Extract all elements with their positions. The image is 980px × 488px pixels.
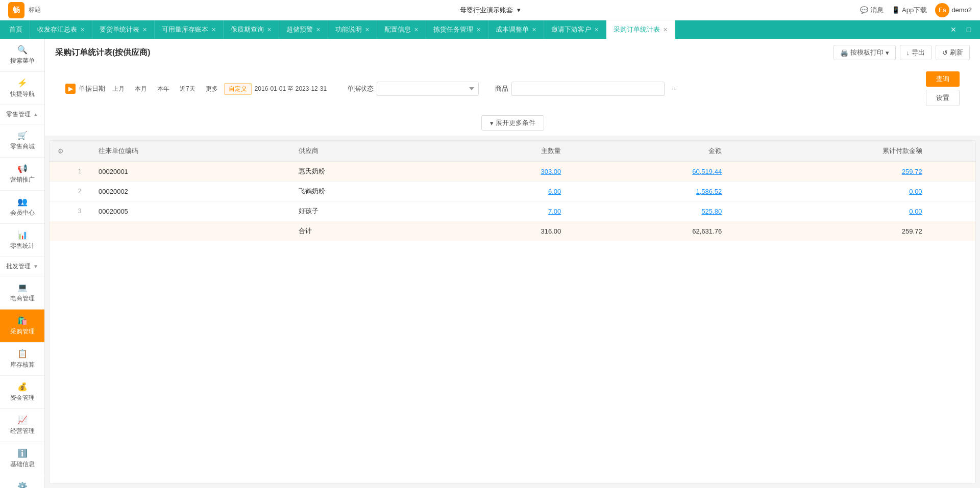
close-icon[interactable]: ✕ (80, 27, 85, 33)
footer-amount: 62,631.76 (567, 221, 728, 241)
paid-3[interactable]: 0.00 (728, 201, 928, 221)
sidebar-item-search[interactable]: 🔍 搜索菜单 (0, 39, 44, 72)
paid-1[interactable]: 259.72 (728, 162, 928, 182)
shortcut-this-year[interactable]: 本年 (153, 84, 174, 94)
workspace-selector[interactable]: 母婴行业演示账套 ▾ (460, 6, 521, 15)
sidebar-item-quicknav[interactable]: ⚡ 快捷导航 (0, 72, 44, 105)
table-row: 1 00020001 惠氏奶粉 303.00 60,519.44 259.72 (50, 162, 975, 182)
tab-purchase-order-stats[interactable]: 采购订单统计表 ✕ (606, 20, 675, 39)
close-icon[interactable]: ✕ (211, 27, 216, 33)
footer-extra (928, 221, 975, 241)
sidebar-item-retail-stats[interactable]: 📊 零售统计 (0, 224, 44, 257)
nav-tabs: 首页 收发存汇总表 ✕ 要货单统计表 ✕ 可用量库存账本 ✕ 保质期查询 ✕ 超… (0, 20, 980, 39)
query-button[interactable]: 查询 (926, 71, 960, 87)
quantity-2[interactable]: 6.00 (442, 182, 567, 201)
amount-1[interactable]: 60,519.44 (567, 162, 728, 182)
close-icon[interactable]: ✕ (365, 27, 370, 33)
tab-config[interactable]: 配置信息 ✕ (377, 20, 426, 39)
shortcut-more[interactable]: 更多 (202, 84, 222, 94)
ecommerce-icon: 💻 (17, 282, 28, 292)
export-icon: ↓ (906, 49, 910, 57)
custom-date-badge[interactable]: 自定义 (224, 83, 252, 95)
refresh-icon: ↺ (942, 49, 948, 57)
gear-icon: ⚙️ (17, 481, 28, 488)
tab-function-desc[interactable]: 功能说明 ✕ (328, 20, 377, 39)
tab-controls: ✕ □ (946, 22, 980, 37)
quantity-3[interactable]: 7.00 (442, 201, 567, 221)
close-tab-button[interactable]: ✕ (946, 22, 961, 37)
tab-inventory-ledger[interactable]: 可用量库存账本 ✕ (155, 20, 224, 39)
filter-bar: ▶ 单据日期 上月 本月 本年 近7天 更多 自定义 2016-01-01 至 … (65, 66, 960, 111)
tab-collection-summary[interactable]: 收发存汇总表 ✕ (30, 20, 92, 39)
close-icon[interactable]: ✕ (476, 27, 481, 33)
close-icon[interactable]: ✕ (594, 27, 599, 33)
app-download-button[interactable]: 📱 App下载 (892, 6, 927, 15)
quantity-col-header: 主数量 (442, 141, 567, 162)
shortcut-this-month[interactable]: 本月 (131, 84, 151, 94)
template-print-button[interactable]: 🖨️ 按模板打印 ▾ (834, 45, 896, 60)
settings-icon[interactable]: ⚙ (56, 146, 66, 156)
tab-order-stats[interactable]: 要货单统计表 ✕ (92, 20, 155, 39)
shortcut-last-month[interactable]: 上月 (108, 84, 129, 94)
settings-col-header: ⚙ (50, 141, 72, 162)
status-select[interactable] (377, 82, 479, 96)
close-icon[interactable]: ✕ (316, 27, 321, 33)
tab-overstock-warning[interactable]: 超储预警 ✕ (279, 20, 328, 39)
tab-pick-task[interactable]: 拣货任务管理 ✕ (426, 20, 488, 39)
date-filter: ▶ 单据日期 上月 本月 本年 近7天 更多 自定义 2016-01-01 至 … (65, 83, 327, 95)
amount-2[interactable]: 1,586.52 (567, 182, 728, 201)
close-icon[interactable]: ✕ (267, 27, 272, 33)
message-button[interactable]: 💬 消息 (860, 6, 884, 15)
table-row: 2 00020002 飞鹤奶粉 6.00 1,586.52 0.00 (50, 182, 975, 201)
sidebar-item-ecommerce[interactable]: 💻 电商管理 (0, 276, 44, 310)
date-shortcuts: 上月 本月 本年 近7天 更多 自定义 (108, 83, 252, 95)
sidebar-item-member-center[interactable]: 👥 会员中心 (0, 191, 44, 224)
sidebar-item-basic-info[interactable]: ℹ️ 基础信息 (0, 442, 44, 475)
table-row: 3 00020005 好孩子 7.00 525.80 0.00 (50, 201, 975, 221)
sidebar-item-marketing[interactable]: 📢 营销推广 (0, 158, 44, 191)
tab-cost-adjust[interactable]: 成本调整单 ✕ (488, 20, 544, 39)
tab-invite-customer[interactable]: 邀请下游客户 ✕ (544, 20, 606, 39)
shortcut-7days[interactable]: 近7天 (176, 84, 200, 94)
export-button[interactable]: ↓ 导出 (900, 45, 932, 60)
cart-icon: 🛒 (17, 131, 28, 140)
chevron-down-icon: ▾ (490, 119, 494, 127)
chevron-down-icon: ▾ (886, 49, 889, 57)
user-profile[interactable]: Ea demo2 (935, 3, 972, 17)
tab-expiry-query[interactable]: 保质期查询 ✕ (224, 20, 279, 39)
finance-icon: 💰 (17, 382, 28, 392)
purchase-icon: 🛍️ (17, 316, 28, 325)
sidebar-item-wholesale-mgmt[interactable]: 批发管理 ▼ (0, 257, 44, 276)
goods-search-input[interactable] (511, 82, 665, 96)
close-icon[interactable]: ✕ (414, 27, 419, 33)
paid-2[interactable]: 0.00 (728, 182, 928, 201)
sidebar-item-system[interactable]: ⚙️ 系统管理 (0, 475, 44, 488)
footer-empty-2 (72, 221, 92, 241)
footer-quantity: 316.00 (442, 221, 567, 241)
sidebar-item-finance[interactable]: 💰 资金管理 (0, 376, 44, 409)
quantity-1[interactable]: 303.00 (442, 162, 567, 182)
index-col-header (72, 141, 92, 162)
top-bar-right: 💬 消息 📱 App下载 Ea demo2 (860, 3, 972, 17)
sidebar-item-retail-mgmt[interactable]: 零售管理 ▲ (0, 105, 44, 124)
chevron-down-icon: ▼ (33, 264, 38, 269)
expand-more-button[interactable]: ▾ 展开更多条件 (481, 115, 544, 131)
sidebar-item-purchase-mgmt[interactable]: 🛍️ 采购管理 (0, 310, 44, 343)
chevron-up-icon: ▲ (33, 112, 38, 117)
amount-3[interactable]: 525.80 (567, 201, 728, 221)
more-options-button[interactable]: ··· (668, 84, 681, 93)
tab-home[interactable]: 首页 (2, 20, 30, 39)
refresh-button[interactable]: ↺ 刷新 (936, 45, 970, 60)
setting-button[interactable]: 设置 (926, 90, 960, 106)
sidebar-item-operations[interactable]: 📈 经营管理 (0, 409, 44, 442)
close-icon[interactable]: ✕ (663, 27, 668, 33)
footer-empty-3 (92, 221, 292, 241)
expand-arrow-button[interactable]: ▶ (65, 84, 76, 94)
footer-empty-1 (50, 221, 72, 241)
maximize-button[interactable]: □ (962, 22, 976, 37)
sidebar-item-inventory[interactable]: 📋 库存核算 (0, 343, 44, 376)
close-icon[interactable]: ✕ (142, 27, 147, 33)
close-icon[interactable]: ✕ (532, 27, 536, 33)
sidebar-item-retail-mall[interactable]: 🛒 零售商城 (0, 124, 44, 158)
arrow-right-icon: ▶ (68, 85, 73, 92)
